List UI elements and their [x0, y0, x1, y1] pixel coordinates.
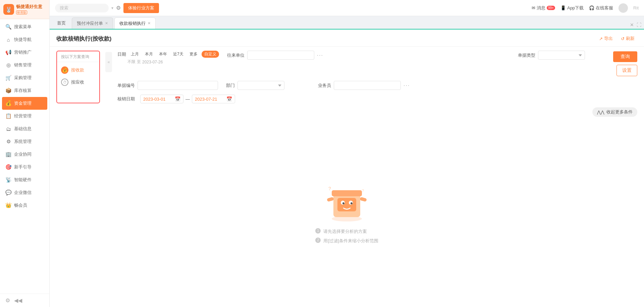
doc-type-select[interactable]: [538, 51, 585, 60]
empty-state: ? ? 1 请先选择要分析的方案 2 用[过滤]条件来缩小分析范围: [50, 119, 644, 307]
receipt-verify-tab-label: 收款核销执行: [119, 20, 146, 27]
tab-home[interactable]: 首页: [52, 17, 70, 29]
close-tab-icon[interactable]: ✕: [630, 22, 634, 28]
verify-date-from-calendar-icon[interactable]: 📅: [175, 96, 180, 102]
smart-hw-nav-icon: 📡: [5, 177, 11, 183]
date-quick-btns: 上月 本月 本年 近7天 更多 自定义: [129, 51, 219, 58]
operation-nav-icon: 📋: [5, 113, 11, 119]
refresh-button[interactable]: ↺ 刷新: [618, 34, 637, 43]
query-button[interactable]: 查询: [613, 51, 637, 62]
counterpart-input[interactable]: [247, 51, 314, 60]
verify-date-to-calendar-icon[interactable]: 📅: [226, 96, 232, 102]
sidebar-item-purchase[interactable]: 🛒 采购管理: [0, 71, 49, 84]
date-label: 日期: [117, 51, 126, 57]
receipt-verify-tab-close-icon[interactable]: ✕: [148, 21, 151, 25]
sidebar-item-sales[interactable]: ◎ 销售管理: [0, 59, 49, 71]
sidebar-item-marketing[interactable]: 📢 营销推广: [0, 46, 49, 59]
topbar: 搜索 ▾ ⚙ 体验行业方案 ✉ 消息 99+ 📱 App下载 🎧 在线客服 Ri…: [50, 0, 644, 16]
topbar-app-download-btn[interactable]: 📱 App下载: [560, 5, 584, 11]
username-label: Rit: [633, 5, 639, 10]
svg-rect-2: [332, 190, 362, 196]
dept-select[interactable]: [237, 81, 284, 90]
industry-solution-button[interactable]: 体验行业方案: [123, 3, 159, 13]
sidebar: 🐰 畅捷通好生意 标准版 🔍 搜索菜单 ⌂ 快捷导航 📢 营销推广 ◎ 销售管理…: [0, 0, 50, 307]
sidebar-item-system[interactable]: ⚙ 系统管理: [0, 135, 49, 148]
sidebar-item-basic-info[interactable]: 🗂 基础信息: [0, 122, 49, 135]
topbar-left: 搜索 ▾ ⚙ 体验行业方案: [55, 3, 528, 13]
settings-button[interactable]: 设置: [616, 65, 637, 76]
newbie-nav-label: 新手引导: [14, 164, 32, 170]
sales-nav-icon: ◎: [5, 62, 11, 68]
sidebar-item-wechat[interactable]: 💬 企业微信: [0, 186, 49, 199]
member-nav-label: 畅会员: [14, 202, 27, 208]
more-conditions-button[interactable]: ⋀⋀ 收起更多条件: [592, 107, 637, 117]
topbar-gear-icon[interactable]: ⚙: [116, 5, 121, 11]
sidebar-item-smart-hw[interactable]: 📡 智能硬件: [0, 173, 49, 186]
settings-footer-icon[interactable]: ⚙: [5, 297, 10, 304]
sidebar-item-inventory[interactable]: 📦 库存核算: [0, 84, 49, 97]
page-header: 收款核销执行(按收款) ↗ 导出 ↺ 刷新: [50, 30, 644, 47]
collapse-sidebar-icon[interactable]: ◀◀: [14, 297, 22, 304]
sidebar-item-enterprise[interactable]: 🏢 企业协同: [0, 148, 49, 161]
date-no-limit-label: 不限: [127, 59, 136, 65]
topbar-search-box[interactable]: 搜索: [55, 4, 109, 12]
prepay-tab-label: 预付冲应付单: [77, 20, 103, 27]
tab-receipt-verify[interactable]: 收款核销执行 ✕: [114, 17, 156, 29]
doc-type-label: 单据类型: [518, 52, 535, 58]
by-receipt-label: 按收款: [71, 67, 84, 73]
topbar-service-btn[interactable]: 🎧 在线客服: [589, 5, 613, 11]
export-button[interactable]: ↗ 导出: [596, 34, 615, 43]
marketing-nav-icon: 📢: [5, 49, 11, 55]
mobile-icon: 📱: [560, 5, 566, 10]
expand-icon[interactable]: ⛶: [637, 22, 641, 28]
tabbar: 首页 预付冲应付单 ✕ 收款核销执行 ✕ ✕ ⛶: [50, 16, 644, 30]
verify-date-from-input[interactable]: [143, 97, 173, 102]
sidebar-item-capital[interactable]: 💰 资金管理: [2, 97, 47, 110]
salesperson-input[interactable]: [334, 81, 401, 90]
topbar-message-btn[interactable]: ✉ 消息 99+: [532, 5, 555, 11]
search-menu-nav-label: 搜索菜单: [14, 24, 32, 30]
quick-nav-nav-icon: ⌂: [5, 37, 11, 43]
date-btn-more[interactable]: 更多: [187, 51, 200, 58]
sidebar-item-member[interactable]: 👑 畅会员: [0, 199, 49, 212]
main-area: 搜索 ▾ ⚙ 体验行业方案 ✉ 消息 99+ 📱 App下载 🎧 在线客服 Ri…: [50, 0, 644, 307]
filter-row-1: 日期 上月 本月 本年 近7天 更多 自定义 不限: [117, 51, 637, 76]
date-btn-this-year[interactable]: 本年: [157, 51, 169, 58]
sidebar-nav: 🔍 搜索菜单 ⌂ 快捷导航 📢 营销推广 ◎ 销售管理 🛒 采购管理 📦 库存核…: [0, 19, 49, 294]
tab-prepay[interactable]: 预付冲应付单 ✕: [72, 17, 113, 29]
logo-icon: 🐰: [3, 4, 14, 15]
topbar-chevron-icon[interactable]: ▾: [111, 6, 113, 10]
sidebar-item-search-menu[interactable]: 🔍 搜索菜单: [0, 20, 49, 33]
date-btn-this-month[interactable]: 本月: [143, 51, 155, 58]
tabbar-actions: ✕ ⛶: [630, 22, 641, 29]
sidebar-item-newbie[interactable]: 🎯 新手引导: [0, 161, 49, 173]
filter-option-by-receivable[interactable]: ⏱ 按应收: [57, 76, 99, 88]
capital-nav-icon: 💰: [5, 100, 11, 106]
basic-info-nav-label: 基础信息: [14, 126, 32, 132]
filter-docno-group: 单据编号: [117, 81, 218, 90]
sidebar-item-operation[interactable]: 📋 经营管理: [0, 110, 49, 122]
salesperson-more-icon[interactable]: ···: [404, 83, 410, 89]
sidebar-logo: 🐰 畅捷通好生意 标准版: [0, 0, 49, 19]
collapse-filter-sidebar-button[interactable]: «: [105, 52, 112, 72]
search-menu-nav-icon: 🔍: [5, 24, 11, 30]
service-icon: 🎧: [589, 5, 594, 10]
sidebar-footer: ⚙ ◀◀: [0, 294, 49, 307]
filter-row-2: 单据编号 部门 业务员 ···: [117, 81, 637, 90]
message-label: 消息: [537, 5, 545, 11]
wechat-nav-icon: 💬: [5, 190, 11, 196]
date-custom-tag[interactable]: 自定义: [202, 51, 219, 58]
doc-no-input[interactable]: [138, 81, 218, 90]
date-to-label: 至: [137, 59, 141, 65]
sidebar-item-quick-nav[interactable]: ⌂ 快捷导航: [0, 33, 49, 46]
verify-date-to-input[interactable]: [195, 97, 225, 102]
enterprise-nav-icon: 🏢: [5, 151, 11, 157]
filter-doctype-group: 单据类型: [518, 51, 605, 60]
date-btn-7days[interactable]: 近7天: [171, 51, 185, 58]
prepay-tab-close-icon[interactable]: ✕: [105, 21, 108, 25]
filter-option-by-receipt[interactable]: 💰 按收款: [57, 64, 99, 76]
message-badge: 99+: [547, 6, 555, 10]
counterpart-more-icon[interactable]: ···: [317, 52, 323, 58]
purchase-nav-icon: 🛒: [5, 75, 11, 81]
date-btn-last-month[interactable]: 上月: [129, 51, 141, 58]
